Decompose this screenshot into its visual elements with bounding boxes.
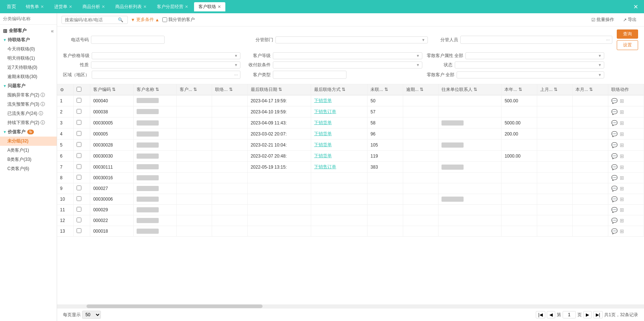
col-partner-contact[interactable]: 往来单位联系人 ⇅ [439, 84, 502, 95]
grid-icon[interactable]: ⊞ [620, 120, 624, 126]
nav-tab-purchase[interactable]: 进货单 ✕ [50, 2, 77, 11]
chat-icon[interactable]: 💬 [611, 175, 617, 181]
col-code[interactable]: 客户编码 ⇅ [90, 84, 133, 95]
col-checkbox[interactable] [74, 84, 90, 95]
page-size-select[interactable]: 50 100 [82, 311, 101, 319]
close-icon[interactable]: ✕ [218, 4, 221, 9]
payment-select[interactable]: ▼ [273, 61, 422, 68]
cell-checkbox[interactable] [74, 106, 90, 117]
col-unlinked[interactable]: 未联... ⇅ [367, 84, 403, 95]
cell-last-method[interactable]: 下销货单 [311, 140, 367, 151]
sidebar-group-pending[interactable]: ▼ 待联络客户 [0, 35, 57, 45]
sidebar-group-value[interactable]: ▼ 价值客户 ↻ [0, 127, 57, 137]
chat-icon[interactable]: 💬 [611, 109, 617, 115]
phone-input[interactable] [91, 36, 165, 44]
cell-last-method[interactable] [311, 205, 367, 215]
nav-tab-customer-mgmt[interactable]: 客户分层经营 ✕ [152, 2, 193, 11]
chat-icon[interactable]: 💬 [611, 98, 617, 104]
chat-icon[interactable]: 💬 [611, 196, 617, 202]
chat-icon[interactable]: 💬 [611, 186, 617, 191]
reset-btn[interactable]: 设置 [617, 40, 638, 50]
cell-checkbox[interactable] [74, 205, 90, 215]
col-gear[interactable]: ⚙ [57, 84, 74, 95]
retail-attr-select[interactable]: ▼ [465, 52, 604, 59]
cell-last-method[interactable] [311, 183, 367, 194]
col-contact[interactable]: 联络... ⇅ [212, 84, 247, 95]
nav-tab-customer-contact[interactable]: 客户联络 ✕ [194, 2, 225, 11]
chat-icon[interactable]: 💬 [611, 164, 617, 170]
sidebar-item-7days[interactable]: 近7天待联络(0) [0, 63, 57, 72]
cell-checkbox[interactable] [74, 173, 90, 183]
cell-action[interactable]: 💬 ⊞ [608, 106, 644, 117]
cell-action[interactable]: 💬 ⊞ [608, 183, 644, 194]
cell-action[interactable]: 💬 ⊞ [608, 215, 644, 226]
cell-action[interactable]: 💬 ⊞ [608, 205, 644, 215]
cell-action[interactable]: 💬 ⊞ [608, 162, 644, 173]
cell-action[interactable]: 💬 ⊞ [608, 128, 644, 140]
status-select[interactable]: ▼ [455, 61, 604, 68]
cell-checkbox[interactable] [74, 226, 90, 237]
col-type[interactable]: 客户... ⇅ [176, 84, 212, 95]
sidebar-item-class-a[interactable]: A类客户(1) [0, 146, 57, 155]
sidebar-item-overdue[interactable]: 逾期未联络(30) [0, 72, 57, 81]
col-name[interactable]: 客户名称 ⇅ [133, 84, 176, 95]
prev-page-btn[interactable]: ◀ [547, 311, 555, 318]
col-this-year[interactable]: 本年... ⇅ [502, 84, 537, 95]
page-number-input[interactable] [563, 311, 576, 318]
close-icon[interactable]: ✕ [69, 4, 72, 9]
cell-checkbox[interactable] [74, 151, 90, 162]
cell-last-method[interactable]: 下销售订单 [311, 106, 367, 117]
chat-icon[interactable]: 💬 [611, 120, 617, 126]
sidebar-item-abnormal[interactable]: 囤购异常客户(2) ⓘ [0, 91, 57, 100]
col-overdue[interactable]: 逾期... ⇅ [403, 84, 438, 95]
sidebar-search-input[interactable] [3, 16, 57, 21]
cell-action[interactable]: 💬 ⊞ [608, 140, 644, 151]
customer-type-input[interactable] [273, 71, 346, 79]
sidebar-item-lost[interactable]: 已流失客户(24) ⓘ [0, 109, 57, 118]
export-btn[interactable]: ↗ 导出 [620, 15, 640, 24]
grid-icon[interactable]: ⊞ [620, 207, 624, 213]
chat-icon[interactable]: 💬 [611, 228, 617, 234]
cell-checkbox[interactable] [74, 162, 90, 173]
cell-action[interactable]: 💬 ⊞ [608, 95, 644, 106]
chat-icon[interactable]: 💬 [611, 218, 617, 223]
grid-icon[interactable]: ⊞ [620, 186, 624, 191]
customer-level-select[interactable]: ▼ [273, 52, 422, 59]
retail-all-select[interactable]: ▼ [457, 71, 604, 78]
region-select[interactable]: ··· [92, 71, 240, 79]
chat-icon[interactable]: 💬 [611, 131, 617, 137]
query-btn[interactable]: 查询 [617, 29, 638, 39]
grid-icon[interactable]: ⊞ [620, 218, 624, 223]
grid-icon[interactable]: ⊞ [620, 153, 624, 159]
grid-icon[interactable]: ⊞ [620, 109, 624, 115]
cell-action[interactable]: 💬 ⊞ [608, 151, 644, 162]
cell-last-method[interactable] [311, 194, 367, 205]
last-page-btn[interactable]: ▶| [593, 311, 603, 318]
grid-icon[interactable]: ⊞ [620, 164, 624, 170]
scrollbar-thumb[interactable] [87, 304, 263, 308]
cell-action[interactable]: 💬 ⊞ [608, 194, 644, 205]
chat-icon[interactable]: 💬 [611, 153, 617, 159]
nav-close-all[interactable]: ✕ [630, 3, 641, 10]
search-input[interactable] [65, 17, 116, 22]
chat-icon[interactable]: 💬 [611, 142, 617, 148]
first-page-btn[interactable]: |◀ [536, 311, 545, 318]
nav-home[interactable]: 首页 [3, 2, 20, 11]
cell-last-method[interactable]: 下销货单 [311, 151, 367, 162]
batch-ops-btn[interactable]: ☑ 批量操作 [588, 15, 617, 24]
cell-action[interactable]: 💬 ⊞ [608, 117, 644, 128]
col-last-method[interactable]: 最后联络方式 ⇅ [311, 84, 367, 95]
sidebar-item-ungroup[interactable]: 未分组(32) [0, 137, 57, 146]
my-customers-filter[interactable]: 我分管的客户 [162, 17, 195, 23]
nature-select[interactable]: ▼ [91, 61, 240, 68]
sidebar-item-class-b[interactable]: B类客户(33) [0, 155, 57, 164]
cell-checkbox[interactable] [74, 128, 90, 140]
cell-last-method[interactable] [311, 215, 367, 226]
cell-checkbox[interactable] [74, 183, 90, 194]
sidebar-item-loss-warning[interactable]: 流失预警客户(3) ⓘ [0, 100, 57, 109]
close-icon[interactable]: ✕ [41, 4, 44, 9]
select-all-checkbox[interactable] [77, 87, 81, 92]
cell-last-method[interactable]: 下销售订单 [311, 162, 367, 173]
sidebar-all-customers[interactable]: ⊞ 全部客户 « [0, 25, 57, 35]
more-conditions-btn[interactable]: ▼ 更多条件 ▲ [131, 17, 159, 23]
